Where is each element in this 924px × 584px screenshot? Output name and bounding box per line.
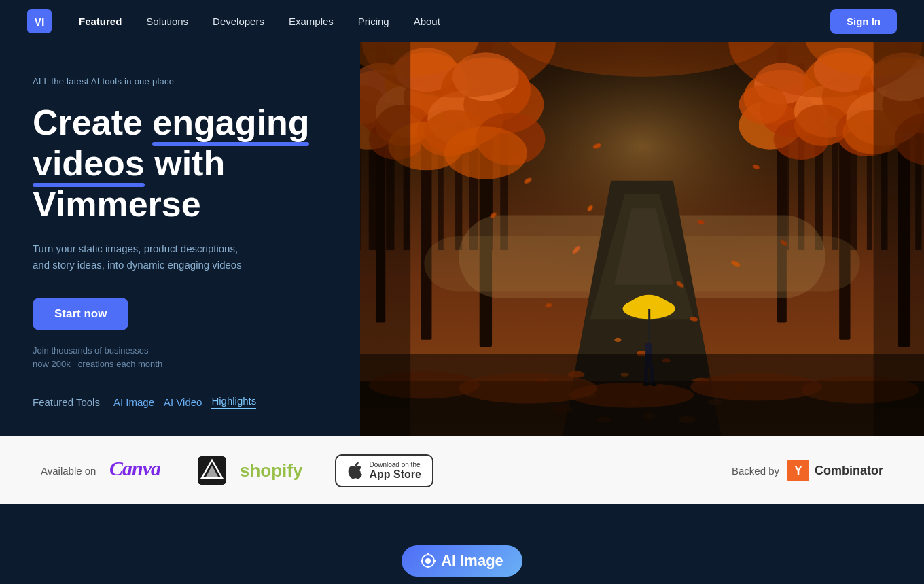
featured-tool-ai-video[interactable]: AI Video xyxy=(164,396,202,408)
hero-left: ALL the latest AI tools in one place Cre… xyxy=(0,42,360,436)
nav-about[interactable]: About xyxy=(414,16,440,27)
available-label: Available on xyxy=(41,465,96,477)
hero-image xyxy=(360,42,924,436)
social-proof-line1: Join thousands of businesses xyxy=(33,344,333,358)
svg-point-77 xyxy=(614,338,621,342)
hero-subtitle: ALL the latest AI tools in one place xyxy=(33,76,333,86)
featured-tools-row: Featured Tools AI Image AI Video Highlig… xyxy=(33,395,333,409)
app-store-small: Download on the xyxy=(369,461,421,468)
ai-image-badge: AI Image xyxy=(402,545,522,577)
svg-rect-120 xyxy=(874,42,924,436)
nav-links: Featured Solutions Developers Examples P… xyxy=(79,16,830,27)
social-proof-line2: now 200k+ creations each month xyxy=(33,358,333,371)
canva-text: Canva xyxy=(109,456,184,485)
app-store-big: App Store xyxy=(369,468,421,481)
affinity-logo xyxy=(198,456,226,485)
svg-point-45 xyxy=(444,126,527,179)
hero-title-line2: videos with xyxy=(33,143,225,183)
nav-pricing[interactable]: Pricing xyxy=(358,16,389,27)
nav-featured[interactable]: Featured xyxy=(79,16,122,27)
yc-logo: Y Combinator xyxy=(787,460,883,481)
hero-description: Turn your static images, product descrip… xyxy=(33,241,291,273)
featured-tools-label: Featured Tools xyxy=(33,396,100,408)
canva-logo: Canva xyxy=(109,456,184,485)
backed-label: Backed by xyxy=(732,465,779,477)
svg-text:shopify: shopify xyxy=(240,460,303,481)
logo[interactable]: VI xyxy=(27,9,52,33)
app-store-button[interactable]: Download on the App Store xyxy=(335,454,433,487)
featured-tool-ai-image[interactable]: AI Image xyxy=(113,396,154,408)
hero-title-line1: Create engaging xyxy=(33,103,309,142)
ai-image-badge-text: AI Image xyxy=(441,552,503,570)
combinator-text: Combinator xyxy=(815,464,883,478)
nav-examples[interactable]: Examples xyxy=(289,16,334,27)
hero-title-line3: Vimmerse xyxy=(33,184,201,224)
navigation: VI Featured Solutions Developers Example… xyxy=(0,0,924,42)
sign-in-button[interactable]: Sign In xyxy=(830,9,897,34)
hero-title: Create engaging videos with Vimmerse xyxy=(33,103,333,224)
social-proof: Join thousands of businesses now 200k+ c… xyxy=(33,344,333,371)
svg-text:Canva: Canva xyxy=(109,457,161,479)
hero-section: ALL the latest AI tools in one place Cre… xyxy=(0,42,924,436)
svg-rect-95 xyxy=(648,309,650,343)
svg-rect-118 xyxy=(360,354,924,436)
available-on-section: Available on Canva shopify xyxy=(41,454,433,487)
ai-image-section: AI Image Describe with simple words to c… xyxy=(0,504,924,584)
svg-text:VI: VI xyxy=(34,16,44,28)
svg-rect-119 xyxy=(360,42,410,436)
featured-tool-highlights[interactable]: Highlights xyxy=(211,395,256,409)
svg-point-127 xyxy=(425,558,431,564)
nav-developers[interactable]: Developers xyxy=(213,16,264,27)
app-store-text: Download on the App Store xyxy=(369,461,421,481)
backed-by-section: Backed by Y Combinator xyxy=(732,460,883,481)
start-now-button[interactable]: Start now xyxy=(33,298,128,330)
nav-solutions[interactable]: Solutions xyxy=(146,16,188,27)
yc-square: Y xyxy=(787,460,809,481)
partners-strip: Available on Canva shopify xyxy=(0,436,924,504)
shopify-logo: shopify xyxy=(240,458,321,483)
